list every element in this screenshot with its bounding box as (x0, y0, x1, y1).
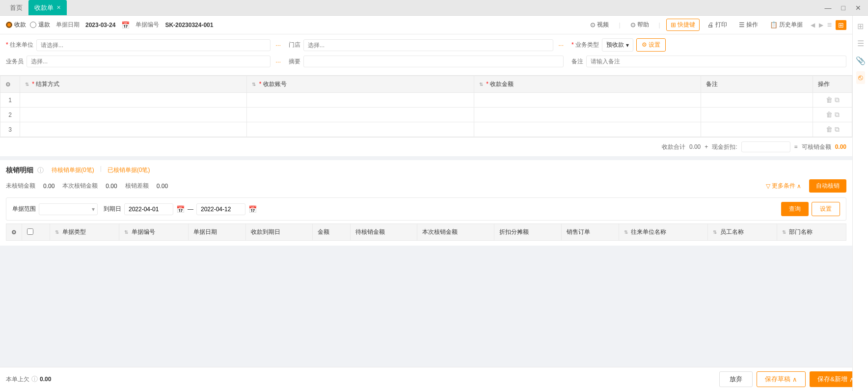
row-3-account[interactable] (247, 122, 474, 137)
scrollable-content: 收款 退款 单据日期 2023-03-24 📅 单据编号 SK-20230324… (0, 16, 868, 367)
salesperson-more-icon[interactable]: ··· (275, 58, 281, 65)
done-tab[interactable]: 已核销单据(0笔) (104, 165, 154, 175)
discount-input[interactable] (741, 141, 790, 152)
store-more-icon[interactable]: ··· (558, 41, 564, 49)
summary-row: 收款合计 0.00 + 现金折扣: = 可核销金额 0.00 (0, 137, 852, 156)
more-conditions-label: 更多条件 (772, 182, 795, 190)
row-3-notes[interactable] (701, 122, 813, 137)
sort-store-icon[interactable]: ⇅ (782, 229, 786, 235)
settings-button[interactable]: ⚙ 设置 (636, 38, 666, 52)
business-type-required: * 业务类型 (571, 41, 599, 49)
date-label: 单据日期 (56, 21, 80, 29)
sort-number-icon[interactable]: ⇅ (124, 229, 128, 235)
info-icon[interactable]: ⓘ (37, 166, 44, 175)
cal-to-icon[interactable]: 📅 (248, 205, 257, 213)
save-draft-button[interactable]: 保存草稿 ∧ (757, 371, 806, 387)
net-value: 0.00 (835, 143, 846, 150)
row-2-amount[interactable] (474, 108, 701, 122)
nav-next-icon[interactable]: ▶ (819, 22, 823, 28)
row-1-copy-icon[interactable]: ⧉ (835, 96, 840, 104)
video-button[interactable]: ⊙ 视频 (586, 19, 613, 30)
chevron-up-icon: ∧ (797, 183, 801, 190)
receipt-radio[interactable]: 收款 (6, 21, 26, 29)
counterpart-input[interactable] (36, 39, 271, 51)
tab-close-icon[interactable]: ✕ (56, 4, 61, 11)
filter-settings-button[interactable]: 设置 (812, 202, 840, 216)
sort-icon-2[interactable]: ⇅ (252, 82, 256, 87)
calendar-icon[interactable]: 📅 (121, 21, 130, 29)
help-button[interactable]: ⊙ 帮助 (626, 19, 653, 30)
minimize-button[interactable]: — (822, 3, 835, 13)
tab-sep: | (100, 165, 102, 175)
sort-icon-1[interactable]: ⇅ (25, 82, 29, 87)
print-button[interactable]: 🖨 打印 (704, 19, 731, 30)
operation-button[interactable]: ☰ 操作 (735, 19, 762, 30)
tab-receipt[interactable]: 收款单 ✕ (28, 0, 67, 15)
tab-home[interactable]: 首页 (4, 0, 28, 15)
amount-header-label: 金额 (318, 228, 329, 235)
sidebar-expand-icon[interactable]: ⎋ (856, 71, 865, 84)
salesperson-input[interactable] (27, 56, 271, 67)
sort-counterpart-icon[interactable]: ⇅ (624, 229, 628, 235)
sidebar-attach-icon[interactable]: 📎 (854, 54, 868, 67)
operation-icon: ☰ (739, 21, 745, 28)
maximize-button[interactable]: □ (839, 3, 848, 13)
business-type-label: 业务类型 (575, 41, 599, 48)
nav-prev-icon[interactable]: ◀ (811, 22, 815, 28)
pending-tab[interactable]: 待核销单据(0笔) (48, 165, 98, 175)
row-1-actions: 🗑 ⧉ (813, 93, 852, 108)
discard-button[interactable]: 放弃 (719, 371, 753, 387)
date-to-input[interactable] (196, 203, 245, 215)
row-1-delete-icon[interactable]: 🗑 (826, 96, 833, 104)
sidebar-list-icon[interactable]: ☰ (855, 37, 866, 50)
summary-input[interactable] (303, 56, 564, 67)
row-1-settlement[interactable] (20, 93, 247, 108)
row-2-copy-icon[interactable]: ⧉ (835, 111, 840, 119)
col-amount-header: ⇅ * 收款金额 (474, 76, 701, 93)
layout-list-icon[interactable]: ≡ (827, 21, 832, 29)
row-2-settlement[interactable] (20, 108, 247, 122)
sidebar-table-icon[interactable]: ⊞ (855, 20, 866, 33)
receipt-radio-input[interactable] (6, 22, 12, 28)
row-1-amount[interactable] (474, 93, 701, 108)
row-2-account[interactable] (247, 108, 474, 122)
business-type-dropdown[interactable]: 预收款 ▾ (602, 38, 633, 52)
refund-radio[interactable]: 退款 (30, 21, 50, 29)
filter-actions: 查询 设置 (781, 202, 840, 216)
close-button[interactable]: ✕ (852, 3, 864, 13)
shortcut-button[interactable]: ⊞ 快捷键 (666, 19, 700, 31)
history-button[interactable]: 📋 历史单据 (766, 19, 807, 30)
row-2-delete-icon[interactable]: 🗑 (826, 111, 833, 119)
counterpart-more-icon[interactable]: ··· (275, 41, 281, 49)
discount-label: 现金折扣: (712, 143, 737, 151)
gear-icon-bottom[interactable]: ⚙ (11, 229, 17, 236)
sort-icon-3[interactable]: ⇅ (479, 82, 483, 87)
cal-from-icon[interactable]: 📅 (176, 205, 185, 213)
select-all-checkbox[interactable] (27, 228, 33, 235)
more-conditions-btn[interactable]: ▽ 更多条件 ∧ (766, 182, 801, 190)
row-3-copy-icon[interactable]: ⧉ (835, 125, 840, 134)
query-button[interactable]: 查询 (781, 202, 809, 216)
refund-radio-input[interactable] (30, 22, 36, 28)
row-3-settlement[interactable] (20, 122, 247, 137)
layout-grid-icon[interactable]: ⊞ (836, 20, 846, 30)
date-from-input[interactable] (124, 203, 173, 215)
plus-label: + (705, 143, 708, 150)
salesperson-field: 业务员 ··· (6, 56, 281, 67)
gear-icon[interactable]: ⚙ (5, 81, 11, 88)
form-area: * 往来单位 ··· 门店 ··· * 业务类型 预收款 ▾ ⚙ (0, 34, 852, 76)
row-3-amount[interactable] (474, 122, 701, 137)
col-notes-header: 备注 (701, 76, 813, 93)
range-select[interactable] (39, 203, 98, 215)
row-1-notes[interactable] (701, 93, 813, 108)
window-controls: — □ ✕ (822, 3, 864, 13)
notes-input[interactable] (586, 56, 846, 67)
info-bottom-icon[interactable]: ⓘ (31, 375, 38, 384)
auto-verification-button[interactable]: 自动核销 (809, 179, 846, 193)
store-input[interactable] (303, 39, 553, 51)
row-3-delete-icon[interactable]: 🗑 (826, 125, 833, 134)
sort-employee-icon[interactable]: ⇅ (713, 229, 717, 235)
row-1-account[interactable] (247, 93, 474, 108)
row-2-notes[interactable] (701, 108, 813, 122)
sort-type-icon[interactable]: ⇅ (55, 229, 59, 235)
